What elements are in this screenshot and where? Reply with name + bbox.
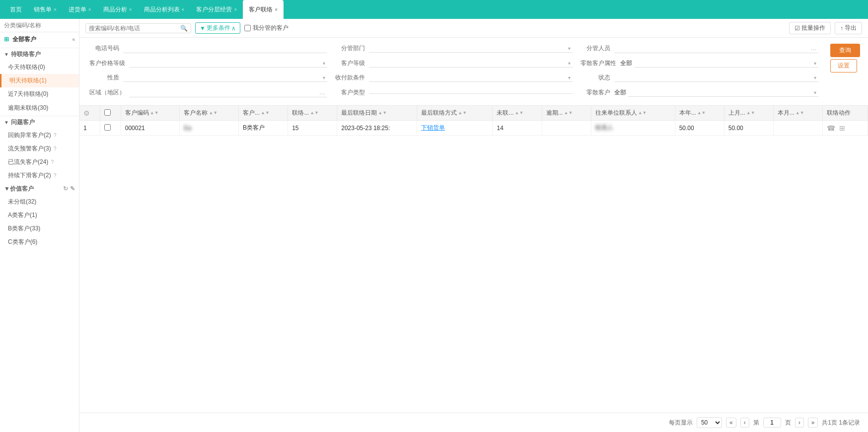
contacts-sort-icon[interactable]: ▲▼	[310, 111, 319, 115]
sidebar-item-churn-warning[interactable]: 流失预警客户(3) ?	[0, 142, 79, 155]
my-customers-checkbox[interactable]	[244, 25, 251, 31]
sidebar-item-overdue-pending[interactable]: 逾期未联络(30)	[0, 101, 79, 115]
sidebar-item-tomorrow-pending[interactable]: 明天待联络(1)	[0, 74, 79, 87]
sidebar-item-ungrouped[interactable]: 未分组(32)	[0, 195, 79, 209]
query-button[interactable]: 查询	[830, 44, 860, 57]
export-button[interactable]: ↑ 导出	[835, 22, 862, 34]
sidebar-all-customers[interactable]: ⊞ 全部客户 «	[0, 32, 79, 47]
not-contacted-sort-icon[interactable]: ▲▼	[514, 111, 523, 115]
last-method-link[interactable]: 下销货单	[421, 124, 445, 131]
filter-customer-level-select[interactable]: ▾	[369, 60, 573, 68]
filter-gender-select[interactable]: ▾	[123, 74, 327, 82]
nav-sales-order[interactable]: 销售单 ×	[28, 0, 63, 19]
row-not-contacted: 14	[493, 121, 542, 136]
filter-price-grade: 客户价格等级 ▾	[85, 57, 331, 70]
last-date-sort-icon[interactable]: ▲▼	[378, 111, 387, 115]
this-month-sort-icon[interactable]: ▲▼	[796, 111, 804, 115]
help-icon-0: ?	[54, 133, 57, 138]
nav-customer-layered[interactable]: 客户分层经营 ×	[190, 0, 243, 19]
next-page-button[interactable]: ›	[795, 418, 804, 428]
nav-product-analysis[interactable]: 商品分析 ×	[97, 0, 138, 19]
search-icon[interactable]: 🔍	[180, 25, 188, 32]
sidebar-item-declining[interactable]: 持续下滑客户(2) ?	[0, 169, 79, 182]
name-sort-icon[interactable]: ▲▼	[209, 111, 217, 115]
row-select-checkbox[interactable]	[104, 124, 111, 131]
filter-icon: ▼	[200, 25, 206, 32]
top-navigation: 首页 销售单 × 进货单 × 商品分析 × 商品分析列表 × 客户分层经营 × …	[0, 0, 868, 19]
sidebar-item-class-b[interactable]: B类客户(33)	[0, 222, 79, 235]
batch-ops-button[interactable]: ☑ 批量操作	[789, 22, 831, 34]
sidebar-item-week-pending[interactable]: 近7天待联络(0)	[0, 87, 79, 101]
nav-customer-contact[interactable]: 客户联络 ×	[243, 0, 284, 19]
sidebar-item-churned[interactable]: 已流失客户(24) ?	[0, 155, 79, 169]
action-phone-icon[interactable]: ☎	[827, 124, 835, 132]
unit-contacts-sort-icon[interactable]: ▲▼	[638, 111, 647, 115]
page-number-input[interactable]	[763, 418, 781, 428]
sidebar-item-class-c[interactable]: C类客户(6)	[0, 235, 79, 249]
filter-customer-type-select[interactable]	[369, 91, 573, 94]
filter-phone-input[interactable]	[123, 44, 327, 53]
search-box[interactable]: 🔍	[85, 23, 191, 33]
nav-product-analysis-close[interactable]: ×	[129, 7, 132, 12]
checkbox-icon: ☑	[795, 25, 800, 32]
this-year-sort-icon[interactable]: ▲▼	[697, 111, 706, 115]
filter-retail-attr: 零散客户属性 全部 ▾	[577, 57, 822, 70]
sidebar-item-class-a[interactable]: A类客户(1)	[0, 209, 79, 222]
nav-customer-layered-close[interactable]: ×	[234, 7, 237, 12]
filter-retail-attr-select[interactable]: ▾	[634, 60, 818, 68]
sidebar-item-repurchase-abnormal[interactable]: 回购异常客户(2) ?	[0, 129, 79, 142]
nav-purchase-order-close[interactable]: ×	[88, 7, 91, 12]
help-icon-1: ?	[54, 146, 57, 151]
table-settings-icon[interactable]: ⚙	[83, 109, 90, 117]
overdue-sort-icon[interactable]: ▲▼	[564, 111, 573, 115]
filter-person-more-icon[interactable]: …	[810, 45, 816, 52]
filter-panel: 电话号码 分管部门 ▾ 分管人员	[79, 38, 868, 106]
nav-sales-order-close[interactable]: ×	[54, 7, 57, 12]
action-icons: ☎ ⊞	[827, 124, 864, 132]
filter-region-more-icon[interactable]: …	[319, 89, 325, 96]
nav-customer-contact-close[interactable]: ×	[275, 7, 278, 12]
refresh-icon[interactable]: ↻	[63, 185, 68, 192]
page-size-select[interactable]: 50 100 200	[697, 417, 722, 428]
code-sort-icon[interactable]: ▲▼	[150, 111, 159, 115]
col-contacts: 联络... ▲▼	[288, 106, 337, 121]
status-arrow-icon: ▾	[814, 75, 816, 80]
sidebar-problem-section: ▼ 问题客户	[0, 116, 79, 129]
nav-product-analysis-list[interactable]: 商品分析列表 ×	[138, 0, 191, 19]
filter-status-select[interactable]: ▾	[614, 74, 818, 82]
sidebar-search-box[interactable]: 🔍	[0, 19, 79, 32]
my-customers-checkbox-label[interactable]: 我分管的客户	[244, 24, 289, 32]
nav-purchase-order[interactable]: 进货单 ×	[63, 0, 97, 19]
nav-product-analysis-list-close[interactable]: ×	[182, 7, 185, 12]
action-grid-icon[interactable]: ⊞	[839, 124, 845, 132]
problem-arrow-icon: ▼	[4, 120, 9, 125]
sidebar-item-today-pending[interactable]: 今天待联络(0)	[0, 61, 79, 74]
filter-payment-select[interactable]: ▾	[369, 74, 573, 82]
row-this-year: 50.00	[675, 121, 724, 136]
prev-page-button[interactable]: ‹	[740, 418, 749, 428]
sidebar-collapse-icon[interactable]: «	[72, 37, 75, 42]
filter-price-grade-select[interactable]: ▾	[129, 60, 327, 68]
col-last-method: 最后联络方式 ▲▼	[417, 106, 493, 121]
col-this-year: 本年... ▲▼	[675, 106, 724, 121]
row-overdue	[542, 121, 591, 136]
filter-retail-select[interactable]: ▾	[628, 89, 818, 97]
row-checkbox	[100, 121, 121, 136]
edit-icon[interactable]: ✎	[70, 185, 75, 192]
category-sort-icon[interactable]: ▲▼	[261, 111, 270, 115]
filter-dept-select[interactable]: ▾	[369, 45, 573, 53]
row-category: B类客户	[239, 121, 288, 136]
col-name: 客户名称 ▲▼	[180, 106, 239, 121]
select-all-checkbox[interactable]	[104, 109, 111, 116]
price-grade-arrow-icon: ▾	[323, 61, 325, 66]
nav-home[interactable]: 首页	[4, 0, 28, 19]
first-page-button[interactable]: «	[726, 418, 736, 428]
settings-button[interactable]: 设置	[830, 59, 857, 72]
filter-btn[interactable]: ▼ 更多条件 ∧	[195, 22, 240, 34]
last-page-button[interactable]: »	[808, 418, 818, 428]
filter-dept: 分管部门 ▾	[331, 42, 577, 55]
last-method-sort-icon[interactable]: ▲▼	[458, 111, 467, 115]
last-month-sort-icon[interactable]: ▲▼	[746, 111, 755, 115]
sidebar-search-input[interactable]	[4, 22, 78, 29]
search-input[interactable]	[89, 25, 178, 32]
